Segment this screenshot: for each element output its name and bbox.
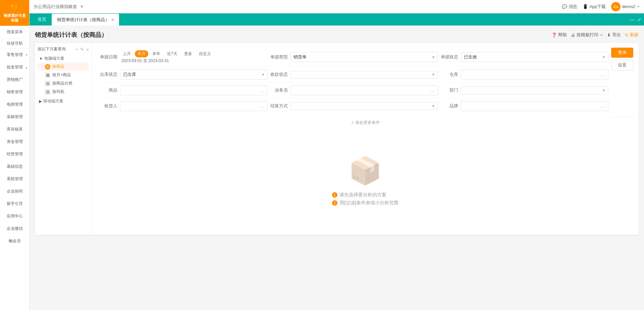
sidebar-item-member[interactable]: 畅会员 xyxy=(0,235,29,247)
export-action[interactable]: ⬇ 导出 xyxy=(607,32,621,38)
date-label: 单据日期 xyxy=(97,54,120,60)
salesperson-input[interactable]: … xyxy=(290,85,438,95)
tab-minimize-icon[interactable]: — xyxy=(630,17,635,22)
sidebar-item-sales[interactable]: 销售管理 xyxy=(0,86,29,98)
sidebar-item-operations[interactable]: 经营管理 xyxy=(0,148,29,160)
empty-step1-num: 1 xyxy=(332,192,337,198)
tab-home[interactable]: 首页 xyxy=(32,13,52,25)
product-dots[interactable]: … xyxy=(259,87,265,93)
warehouse-dots[interactable]: … xyxy=(600,71,605,78)
tabbar: 首页 销货单统计计表（按商品） × — ⤢ xyxy=(30,13,644,25)
sidebar-item-ecommerce[interactable]: 电商管理 xyxy=(0,98,29,111)
sidebar-item-wholesale[interactable]: 批发管理 xyxy=(0,61,29,73)
sidebar-search[interactable]: 搜索菜单 xyxy=(0,26,29,39)
brand-input[interactable]: … xyxy=(461,101,608,111)
salesperson-label: 业务员 xyxy=(268,87,290,93)
right-panel: 单据日期 上月 本月 本年 近7天 更多 自定义 xyxy=(92,43,639,235)
out-status-select[interactable]: 已出库 ▼ xyxy=(120,69,268,80)
scheme-item-by-product[interactable]: 按 按商品 xyxy=(38,62,89,71)
scheme-item-circle-icon: 按 xyxy=(45,64,50,69)
out-status-arrow: ▼ xyxy=(261,73,265,76)
filter-out-status: 出库状态 已出库 ▼ xyxy=(97,67,268,83)
tabbar-right: — ⤢ xyxy=(630,17,641,22)
doc-status-arrow: ▼ xyxy=(602,55,605,59)
sidebar-item-basic[interactable]: 基础信息 xyxy=(0,160,29,173)
sidebar-item-retail[interactable]: 零售管理 xyxy=(0,49,29,61)
date-tab-more[interactable]: 更多 xyxy=(181,50,195,57)
message-label: 消息 xyxy=(569,4,577,10)
user-dropdown-arrow: ▼ xyxy=(637,5,640,8)
department-select[interactable]: ▼ xyxy=(461,87,608,94)
help-action[interactable]: ❓ 帮助 xyxy=(551,32,567,38)
scheme-group-mobile-header[interactable]: ▶ 移动端方案 xyxy=(38,97,89,105)
date-tab-custom[interactable]: 自定义 xyxy=(196,50,214,57)
scheme-item-label3: 按商品分类 xyxy=(52,81,72,86)
payment-select[interactable]: ▼ xyxy=(290,102,438,110)
sidebar-item-enterprise[interactable]: 企业协同 xyxy=(0,185,29,198)
empty-step2-text: 用[过滤]条件来缩小分析范围 xyxy=(339,200,398,206)
recipient-input[interactable]: … xyxy=(120,101,268,111)
sidebar-item-purchase[interactable]: 采购管理 xyxy=(0,111,29,123)
print-dropdown-arrow[interactable]: ▼ xyxy=(600,33,603,37)
sidebar-item-newguide[interactable]: 新手引导 xyxy=(0,198,29,210)
doc-status-select[interactable]: 已生效 ▼ xyxy=(461,52,608,62)
sidebar-item-wechat[interactable]: 企业微信 xyxy=(0,222,29,235)
sidebar-item-system[interactable]: 系统管理 xyxy=(0,173,29,185)
sidebar-item-appcenter[interactable]: 应用中心 xyxy=(0,210,29,222)
help-label: 帮助 xyxy=(558,32,567,38)
scheme-tree: ▼ 电脑端方案 按 按商品 ▦ 按月+商品 ▤ xyxy=(38,55,89,105)
print-action[interactable]: 🖨 按模板打印 ▼ xyxy=(571,32,603,38)
sidebar-item-finance[interactable]: 资金管理 xyxy=(0,136,29,148)
product-input[interactable]: … xyxy=(120,85,268,95)
tab-maximize-icon[interactable]: ⤢ xyxy=(637,17,641,22)
collapse-more-button[interactable]: ∧ 收起更多条件 xyxy=(92,117,639,128)
brand-dots[interactable]: … xyxy=(600,103,605,109)
scheme-item-label4: 按司机 xyxy=(52,89,64,95)
receipt-status-select[interactable]: ▼ xyxy=(290,71,438,79)
date-range-text: 2023-03-01 至 2023-03-31 xyxy=(121,58,268,64)
industry-arrow[interactable]: ▼ xyxy=(80,4,84,9)
topbar: 办公用品行业模拟账套 ▼ 💬 消息 📱 App下载 Ea demo2 ▼ xyxy=(30,0,644,13)
doc-type-select[interactable]: 销货单 ▼ xyxy=(290,52,438,62)
date-tab-thismonth[interactable]: 本月 xyxy=(135,50,148,57)
scheme-item-by-cashier[interactable]: ▤ 按司机 xyxy=(38,88,89,96)
query-button[interactable]: 查询 xyxy=(611,48,633,58)
refresh-action[interactable]: ↻ 刷新 xyxy=(625,32,639,38)
page-actions: ❓ 帮助 🖨 按模板打印 ▼ ⬇ 导出 ↻ 刷新 xyxy=(551,32,639,38)
empty-step1-text: 请先选择要分析的方案 xyxy=(339,192,386,198)
recipient-dots[interactable]: … xyxy=(259,103,265,109)
scheme-group-arrow: ▼ xyxy=(39,56,43,61)
page-header: 销货单统计计表（按商品） ❓ 帮助 🖨 按模板打印 ▼ ⬇ 导出 ↻ 刷新 xyxy=(35,31,639,39)
sidebar-item-marketing[interactable]: 营销推广 xyxy=(0,73,29,86)
sidebar-item-inventory[interactable]: 库存核算 xyxy=(0,123,29,136)
scheme-group-desktop-header[interactable]: ▼ 电脑端方案 xyxy=(38,55,89,62)
date-tab-7days[interactable]: 近7天 xyxy=(164,50,180,57)
scheme-collapse-icon[interactable]: « xyxy=(86,47,89,52)
scheme-group-desktop: ▼ 电脑端方案 按 按商品 ▦ 按月+商品 ▤ xyxy=(38,55,89,96)
date-tab-thisyear[interactable]: 本年 xyxy=(150,50,163,57)
filter-area: 单据日期 上月 本月 本年 近7天 更多 自定义 xyxy=(97,48,608,114)
date-tab-lastmonth[interactable]: 上月 xyxy=(120,50,133,57)
filter-product: 商品 … xyxy=(97,83,268,98)
setting-button[interactable]: 设置 xyxy=(611,60,633,70)
scheme-edit-icon[interactable]: ✎ xyxy=(80,47,84,52)
export-icon: ⬇ xyxy=(607,33,611,38)
app-download-action[interactable]: 📱 App下载 xyxy=(583,4,606,10)
tab-sales-stats[interactable]: 销货单统计计表（按商品） × xyxy=(52,14,119,26)
filter-payment: 结算方式 ▼ xyxy=(268,98,438,114)
sidebar-quicknav[interactable]: 快捷导航 xyxy=(0,39,29,49)
filter-row-2: 出库状态 已出库 ▼ 收款状态 ▼ xyxy=(97,67,608,83)
tab-close-button[interactable]: × xyxy=(111,17,114,22)
scheme-item-label: 按商品 xyxy=(52,64,64,69)
brand-label: 品牌 xyxy=(438,103,461,109)
warehouse-input[interactable]: … xyxy=(461,69,608,80)
sidebar-logo[interactable]: 🧡 畅捷通好生意 标版 xyxy=(0,0,29,26)
scheme-item-by-category[interactable]: ▤ 按商品分类 xyxy=(38,79,89,88)
warehouse-label: 仓库 xyxy=(438,71,461,78)
scheme-item-by-month-product[interactable]: ▦ 按月+商品 xyxy=(38,71,89,79)
scheme-add-icon[interactable]: + xyxy=(75,47,78,52)
user-action[interactable]: Ea demo2 ▼ xyxy=(611,2,640,11)
salesperson-dots[interactable]: … xyxy=(430,87,435,93)
message-action[interactable]: 💬 消息 xyxy=(562,4,577,10)
scheme-group-mobile-label: 移动端方案 xyxy=(43,98,63,104)
